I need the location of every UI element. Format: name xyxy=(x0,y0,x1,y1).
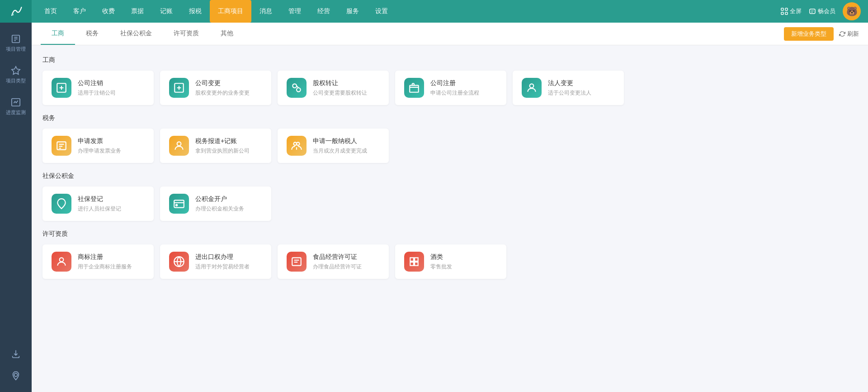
nav-settings[interactable]: 设置 xyxy=(367,0,396,23)
nav-home[interactable]: 首页 xyxy=(36,0,65,23)
svg-point-15 xyxy=(292,84,297,88)
sidebar-item-project-management[interactable]: 项目管理 xyxy=(0,27,32,59)
card-social-insurance-register[interactable]: 社保登记 进行人员社保登记 xyxy=(42,186,154,221)
nav-bookkeeping[interactable]: 记账 xyxy=(152,0,181,23)
refresh-icon xyxy=(839,31,845,37)
section-title-industry: 工商 xyxy=(42,56,857,64)
card-tax-report-bookkeeping[interactable]: 税务报道+记账 拿到营业执照的新公司 xyxy=(160,129,271,163)
card-company-register[interactable]: 公司注册 申请公司注册全流程 xyxy=(395,71,506,105)
card-icon-food-license xyxy=(287,252,307,272)
card-apply-general-taxpayer[interactable]: 申请一般纳税人 当月或次月成变更完成 xyxy=(278,129,389,163)
list-icon xyxy=(11,34,21,44)
sidebar-item-project-type[interactable]: 项目类型 xyxy=(0,59,32,91)
card-icon-import-export xyxy=(169,252,189,272)
tab-bar: 工商 税务 社保公积金 许可资质 其他 新增业务类型 刷新 xyxy=(32,23,868,45)
card-icon-company-register xyxy=(404,78,424,98)
svg-rect-4 xyxy=(785,12,788,14)
nav-message[interactable]: 消息 xyxy=(251,0,280,23)
nav-service[interactable]: 服务 xyxy=(338,0,367,23)
scroll-content[interactable]: 工商 公司注销 适用于注销公司 xyxy=(32,45,868,392)
social-card-grid: 社保登记 进行人员社保登记 公积金开户 办理公积金相关业务 xyxy=(42,186,857,221)
nav-bill[interactable]: 票据 xyxy=(123,0,152,23)
top-navigation: 首页 客户 收费 票据 记账 报税 工商项目 消息 管理 经营 服务 设置 全屏… xyxy=(0,0,868,23)
svg-point-16 xyxy=(297,88,301,92)
tab-social-insurance[interactable]: 社保公积金 xyxy=(109,23,163,45)
tab-license[interactable]: 许可资质 xyxy=(163,23,210,45)
card-company-change[interactable]: 公司变更 股权变更外的业务变更 xyxy=(160,71,271,105)
card-icon-legal-change xyxy=(522,78,542,98)
refresh-button[interactable]: 刷新 xyxy=(839,30,859,38)
card-equity-transfer[interactable]: 股权转让 公司变更需要股权转让 xyxy=(278,71,389,105)
tab-industry[interactable]: 工商 xyxy=(41,23,75,45)
tax-card-grid: 申请发票 办理申请发票业务 税务报道+记账 拿到营业执照的新公司 xyxy=(42,129,857,163)
nav-customer[interactable]: 客户 xyxy=(65,0,94,23)
svg-line-17 xyxy=(297,86,298,88)
svg-point-0 xyxy=(12,14,14,15)
card-icon-equity-transfer xyxy=(287,78,307,98)
card-trademark-register[interactable]: 商标注册 用于企业商标注册服务 xyxy=(42,244,154,279)
svg-point-19 xyxy=(530,84,534,88)
section-title-license: 许可资质 xyxy=(42,230,857,238)
tab-tax[interactable]: 税务 xyxy=(75,23,109,45)
card-icon-provident-fund xyxy=(169,194,189,214)
svg-point-28 xyxy=(176,205,177,206)
mascot-avatar: 🐻 xyxy=(843,2,861,20)
tab-other[interactable]: 其他 xyxy=(210,23,244,45)
card-icon-company-change xyxy=(169,78,189,98)
industry-card-grid: 公司注销 适用于注销公司 公司变更 股权变更外的业务变更 xyxy=(42,71,857,105)
svg-point-12 xyxy=(14,373,17,377)
sidebar-item-progress-monitor[interactable]: 进度监测 xyxy=(0,91,32,122)
svg-rect-35 xyxy=(410,258,414,261)
svg-rect-18 xyxy=(410,86,419,92)
member-btn[interactable]: 畅会员 xyxy=(809,7,835,15)
svg-rect-38 xyxy=(415,262,418,266)
section-title-tax: 税务 xyxy=(42,114,857,122)
location-icon-btn[interactable] xyxy=(7,367,25,385)
card-liquor[interactable]: 酒类 零售批发 xyxy=(395,244,506,279)
svg-rect-5 xyxy=(810,9,815,14)
svg-rect-36 xyxy=(415,258,418,261)
svg-point-24 xyxy=(177,142,181,146)
section-title-social: 社保公积金 xyxy=(42,172,857,180)
card-icon-apply-invoice xyxy=(52,136,71,156)
card-legal-person-change[interactable]: 法人变更 适于公司变更法人 xyxy=(513,71,624,105)
tabs: 工商 税务 社保公积金 许可资质 其他 xyxy=(41,23,244,45)
sidebar: 项目管理 项目类型 进度监测 xyxy=(0,23,32,392)
svg-rect-27 xyxy=(174,200,184,207)
chart-icon xyxy=(11,97,21,107)
svg-marker-10 xyxy=(12,66,20,74)
location-icon xyxy=(11,371,21,381)
card-food-license[interactable]: 食品经营许可证 办理食品经营许可证 xyxy=(278,244,389,279)
card-provident-fund-open[interactable]: 公积金开户 办理公积金相关业务 xyxy=(160,186,271,221)
card-icon-social-register xyxy=(52,194,71,214)
card-import-export[interactable]: 进出口权办理 适用于对外贸易经营者 xyxy=(160,244,271,279)
nav-manage[interactable]: 管理 xyxy=(280,0,309,23)
tab-actions: 新增业务类型 刷新 xyxy=(784,27,859,41)
nav-operation[interactable]: 经营 xyxy=(309,0,338,23)
card-icon-tax-report xyxy=(169,136,189,156)
sidebar-bottom xyxy=(7,345,25,392)
fullscreen-btn[interactable]: 全屏 xyxy=(781,7,802,15)
card-company-cancel[interactable]: 公司注销 适用于注销公司 xyxy=(42,71,154,105)
content-area: 工商 税务 社保公积金 许可资质 其他 新增业务类型 刷新 工商 xyxy=(32,23,868,392)
svg-rect-37 xyxy=(410,262,414,266)
nav-fee[interactable]: 收费 xyxy=(94,0,123,23)
license-card-grid: 商标注册 用于企业商标注册服务 进出口权办理 适用于对外贸易经营者 xyxy=(42,244,857,279)
add-type-button[interactable]: 新增业务类型 xyxy=(784,27,834,41)
nav-items: 首页 客户 收费 票据 记账 报税 工商项目 消息 管理 经营 服务 设置 xyxy=(32,0,781,23)
svg-rect-3 xyxy=(781,12,783,14)
card-icon-liquor xyxy=(404,252,424,272)
card-icon-trademark xyxy=(52,252,71,272)
star-icon xyxy=(11,66,21,76)
download-icon-btn[interactable] xyxy=(7,345,25,363)
svg-rect-1 xyxy=(781,8,783,10)
svg-rect-2 xyxy=(785,8,788,10)
nav-tax[interactable]: 报税 xyxy=(181,0,210,23)
svg-point-26 xyxy=(297,142,300,145)
nav-industry[interactable]: 工商项目 xyxy=(210,0,251,23)
svg-point-29 xyxy=(60,258,64,262)
card-apply-invoice[interactable]: 申请发票 办理申请发票业务 xyxy=(42,129,154,163)
card-icon-company-cancel xyxy=(52,78,71,98)
top-nav-right: 全屏 畅会员 🐻 xyxy=(781,2,868,20)
card-icon-general-taxpayer xyxy=(287,136,307,156)
